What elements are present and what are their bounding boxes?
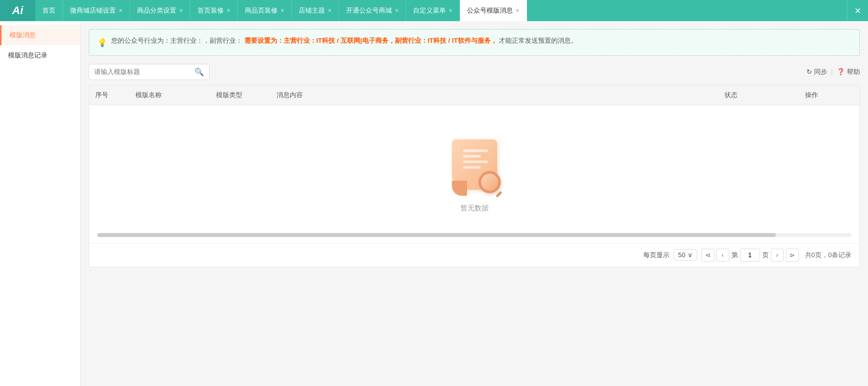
close-tab-shop-theme[interactable]: ×: [328, 7, 331, 14]
sidebar-item-template-msg-log[interactable]: 模版消息记录: [0, 45, 80, 65]
nav-tab-home-decor[interactable]: 首页装修×: [190, 0, 238, 21]
page-label-suffix: 页: [762, 251, 769, 260]
close-tab-wechat-shop[interactable]: ×: [119, 7, 122, 14]
nav-tab-product-decor[interactable]: 商品页装修×: [238, 0, 292, 21]
nav-tab-product-category[interactable]: 商品分类设置×: [130, 0, 190, 21]
table-header-cell: 序号: [89, 86, 129, 105]
sync-icon: ↻: [807, 68, 812, 75]
close-tab-product-category[interactable]: ×: [179, 7, 183, 14]
nav-tab-home[interactable]: 首页: [35, 0, 63, 21]
app-logo: Ai: [0, 0, 35, 21]
per-page-value: 50: [678, 251, 685, 259]
nav-tab-open-mall[interactable]: 开通公众号商城×: [339, 0, 406, 21]
table-header: 序号模版名称模版类型消息内容状态操作: [89, 86, 859, 105]
search-input[interactable]: [89, 65, 189, 79]
help-icon: ❓: [837, 68, 845, 75]
divider: |: [831, 68, 833, 75]
table-header-cell: 消息内容: [271, 86, 718, 105]
table-header-cell: 操作: [799, 86, 859, 105]
nav-tabs: 首页微商城店铺设置×商品分类设置×首页装修×商品页装修×店铺主题×开通公众号商城…: [35, 0, 847, 21]
top-nav: Ai 首页微商城店铺设置×商品分类设置×首页装修×商品页装修×店铺主题×开通公众…: [0, 0, 868, 21]
page-input[interactable]: [740, 249, 760, 262]
pagination: 每页显示 50 ∨ ⊲ ‹ 第 页 › ⊳ 共0页，0条记录: [89, 243, 859, 267]
bulb-icon: 💡: [97, 36, 107, 49]
per-page-label: 每页显示: [643, 251, 670, 260]
main-content: 💡 您的公众号行业为：主营行业：，副营行业： 需要设置为：主营行业：IT科技 /…: [81, 21, 868, 386]
scrollbar-thumb: [97, 233, 776, 237]
close-all-button[interactable]: ✕: [847, 0, 868, 21]
next-page-button[interactable]: ›: [771, 249, 784, 262]
empty-text: 暂无数据: [460, 204, 489, 213]
toolbar: 🔍 ↻ 同步 | ❓ 帮助: [89, 64, 860, 80]
doc-line-3: [463, 161, 488, 163]
alert-text: 您的公众号行业为：主营行业：，副营行业： 需要设置为：主营行业：IT科技 / 互…: [111, 36, 577, 46]
table-header-cell: 模版名称: [129, 86, 210, 105]
close-tab-home-decor[interactable]: ×: [227, 7, 230, 14]
last-page-button[interactable]: ⊳: [786, 249, 799, 262]
close-tab-product-decor[interactable]: ×: [281, 7, 284, 14]
per-page-select[interactable]: 50 ∨: [674, 249, 697, 261]
empty-state: 暂无数据: [89, 105, 859, 233]
table-header-cell: 模版类型: [210, 86, 271, 105]
close-tab-open-mall[interactable]: ×: [395, 7, 398, 14]
help-button[interactable]: ❓ 帮助: [837, 67, 860, 76]
alert-banner: 💡 您的公众号行业为：主营行业：，副营行业： 需要设置为：主营行业：IT科技 /…: [89, 29, 860, 56]
prev-page-button[interactable]: ‹: [716, 249, 729, 262]
empty-icon: [444, 135, 505, 196]
main-layout: 模版消息模版消息记录 💡 您的公众号行业为：主营行业：，副营行业： 需要设置为：…: [0, 21, 868, 386]
first-page-button[interactable]: ⊲: [701, 249, 714, 262]
sidebar-item-template-msg[interactable]: 模版消息: [0, 25, 80, 45]
scrollbar-track[interactable]: [97, 233, 851, 237]
nav-tab-shop-theme[interactable]: 店铺主题×: [292, 0, 339, 21]
toolbar-right: ↻ 同步 | ❓ 帮助: [807, 67, 860, 76]
sync-button[interactable]: ↻ 同步: [807, 67, 827, 76]
sidebar: 模版消息模版消息记录: [0, 21, 81, 386]
search-button[interactable]: 🔍: [189, 64, 209, 80]
nav-tab-template-msg[interactable]: 公众号模版消息×: [460, 0, 527, 21]
close-tab-template-msg[interactable]: ×: [516, 7, 519, 14]
table-container: 序号模版名称模版类型消息内容状态操作 暂无数据: [89, 85, 860, 267]
magnify-icon: [479, 171, 501, 193]
pagination-nav: ⊲ ‹ 第 页 › ⊳: [701, 249, 799, 262]
dropdown-icon: ∨: [688, 251, 693, 259]
close-tab-custom-menu[interactable]: ×: [449, 7, 452, 14]
doc-line-2: [463, 155, 481, 158]
doc-line-1: [463, 149, 488, 152]
doc-line-4: [463, 166, 481, 169]
search-box: 🔍: [89, 64, 210, 80]
page-label-prefix: 第: [731, 251, 738, 260]
nav-tab-custom-menu[interactable]: 自定义菜单×: [406, 0, 460, 21]
table-header-cell: 状态: [718, 86, 799, 105]
total-info: 共0页，0条记录: [805, 251, 851, 260]
doc-lines: [463, 149, 488, 172]
nav-tab-wechat-shop[interactable]: 微商城店铺设置×: [63, 0, 130, 21]
